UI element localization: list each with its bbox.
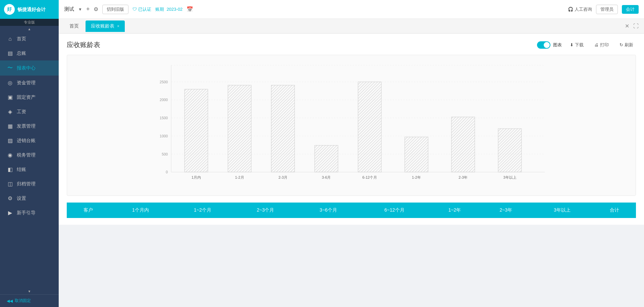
sidebar-item-label: 总账 <box>17 50 26 56</box>
app-name: 畅捷通好会计 <box>17 7 46 12</box>
home-icon: ⌂ <box>7 36 13 42</box>
svg-text:0: 0 <box>166 170 168 174</box>
svg-text:1月内: 1月内 <box>192 175 201 179</box>
tab-bar-left: 首页 应收账龄表 × <box>64 20 125 32</box>
role-btn[interactable]: 会计 <box>622 5 639 14</box>
chart-toggle-wrap: 图表 <box>537 41 562 49</box>
tab-home[interactable]: 首页 <box>64 20 84 32</box>
user-btn[interactable]: 管理员 <box>596 5 618 14</box>
tab-bar-right: ✕ ⛶ <box>625 23 639 29</box>
sidebar-item-assets[interactable]: ▣ 固定资产 <box>0 90 59 104</box>
scroll-down-btn[interactable]: ▼ <box>0 288 59 294</box>
sidebar-item-label: 设置 <box>17 195 26 202</box>
settings-gear-icon[interactable]: ⚙ <box>94 6 98 12</box>
tab-bar: 首页 应收账龄表 × ✕ ⛶ <box>59 19 644 34</box>
col-1month: 1个月内 <box>110 203 171 218</box>
verified-label: 已认证 <box>138 6 151 12</box>
sidebar-item-fund[interactable]: ◎ 资金管理 <box>0 76 59 90</box>
sidebar-item-settings[interactable]: ⚙ 设置 <box>0 191 59 206</box>
newbie-icon: ▶ <box>7 210 13 216</box>
settings-icon: ⚙ <box>7 195 13 202</box>
refresh-btn[interactable]: ↻ 刷新 <box>617 41 636 49</box>
sidebar-item-label: 结账 <box>17 167 26 173</box>
bar-3-6-month <box>315 145 338 172</box>
print-btn[interactable]: 🖨 打印 <box>592 41 611 49</box>
archive-icon: ◫ <box>7 181 13 187</box>
report-actions: 图表 ⬇ 下载 🖨 打印 ↻ 刷新 <box>537 41 636 49</box>
assets-icon: ▣ <box>7 94 13 100</box>
bar-6-12-month <box>358 82 381 172</box>
cancel-fixed-btn[interactable]: ◀◀ 取消固定 <box>0 294 59 307</box>
svg-text:3-6月: 3-6月 <box>322 175 331 179</box>
svg-text:500: 500 <box>162 152 168 156</box>
sidebar-item-ledger[interactable]: ▤ 总账 <box>0 46 59 60</box>
bar-1-2-year <box>405 137 428 172</box>
col-3year-plus: 3年以上 <box>532 203 593 218</box>
col-6-12month: 6~12个月 <box>360 203 429 218</box>
logo-icon: 好 <box>4 4 15 15</box>
calendar-icon[interactable]: 📅 <box>186 6 193 12</box>
sidebar-item-label: 发票管理 <box>17 123 36 129</box>
download-icon: ⬇ <box>570 42 574 47</box>
table-header: 客户 1个月内 1~2个月 2~3个月 3~6个月 6~12个月 1~2年 2~… <box>67 203 636 218</box>
fund-icon: ◎ <box>7 80 13 86</box>
refresh-label: 刷新 <box>625 42 633 48</box>
sidebar-item-invoice[interactable]: ▦ 发票管理 <box>0 119 59 133</box>
report-title: 应收账龄表 <box>67 40 100 49</box>
topbar: 测试 ▼ + ⚙ 切到旧版 🛡 已认证 账期 2023-02 📅 🎧 人工咨询 … <box>59 0 644 19</box>
refresh-icon: ↻ <box>620 42 623 47</box>
svg-text:6-12个月: 6-12个月 <box>362 175 377 179</box>
svg-text:2500: 2500 <box>160 80 168 84</box>
chart-toggle-switch[interactable] <box>537 41 550 49</box>
tax-icon: ◉ <box>7 152 13 158</box>
switch-old-version-btn[interactable]: 切到旧版 <box>102 5 128 14</box>
download-btn[interactable]: ⬇ 下载 <box>567 41 586 49</box>
sidebar-item-archive[interactable]: ◫ 归档管理 <box>0 177 59 191</box>
bar-1-month <box>184 89 208 172</box>
toggle-knob <box>544 42 550 48</box>
sidebar-item-label: 工资 <box>17 109 26 115</box>
sidebar-item-settle[interactable]: ◧ 结账 <box>0 162 59 177</box>
sidebar-item-newbie[interactable]: ▶ 新手引导 <box>0 206 59 220</box>
consult-label: 人工咨询 <box>575 6 592 12</box>
bar-1-2-month <box>228 85 251 172</box>
content-area: 应收账龄表 图表 ⬇ 下载 🖨 打印 <box>59 34 644 307</box>
sidebar-item-label: 固定资产 <box>17 94 36 100</box>
company-dropdown-icon[interactable]: ▼ <box>78 7 82 12</box>
period-value: 2023-02 <box>167 7 183 12</box>
ledger-icon: ▤ <box>7 50 13 56</box>
svg-text:1000: 1000 <box>160 134 168 138</box>
svg-text:3年以上: 3年以上 <box>503 175 516 179</box>
col-2-3month: 2~3个月 <box>234 203 297 218</box>
logo-text-block: 畅捷通好会计 <box>17 7 46 12</box>
svg-text:1500: 1500 <box>160 116 168 120</box>
download-label: 下载 <box>575 42 584 48</box>
chart-toggle-label: 图表 <box>553 42 562 48</box>
nav-menu: ⌂ 首页 ▤ 总账 〜 报表中心 ◎ 资金管理 ▣ 固定资产 ◈ 工资 ▦ 发票… <box>0 32 59 288</box>
shield-icon: 🛡 <box>132 7 137 12</box>
sidebar: 好 畅捷通好会计 专业版 ▲ ⌂ 首页 ▤ 总账 〜 报表中心 ◎ 资金管理 ▣… <box>0 0 59 307</box>
sidebar-item-reports[interactable]: 〜 报表中心 <box>0 60 59 76</box>
scroll-up-btn[interactable]: ▲ <box>0 26 59 32</box>
expand-icon[interactable]: ⛶ <box>633 23 639 29</box>
tab-accounts-aging[interactable]: 应收账龄表 × <box>86 20 125 32</box>
close-window-icon[interactable]: ✕ <box>625 23 629 29</box>
bar-2-3-year <box>451 117 475 172</box>
sidebar-item-label: 资金管理 <box>17 80 36 86</box>
pin-icon: ◀◀ <box>7 299 13 303</box>
verified-badge: 🛡 已认证 <box>132 6 151 12</box>
sidebar-item-stock[interactable]: ▨ 进销台账 <box>0 133 59 148</box>
salary-icon: ◈ <box>7 108 13 115</box>
tab-close-btn[interactable]: × <box>117 24 119 29</box>
svg-text:2000: 2000 <box>160 98 168 102</box>
consult-btn[interactable]: 🎧 人工咨询 <box>568 6 592 12</box>
tab-label: 应收账龄表 <box>91 23 114 29</box>
sidebar-item-home[interactable]: ⌂ 首页 <box>0 32 59 46</box>
col-2-3year: 2~3年 <box>480 203 532 218</box>
sidebar-item-label: 税务管理 <box>17 152 36 158</box>
sidebar-item-salary[interactable]: ◈ 工资 <box>0 104 59 119</box>
sidebar-item-tax[interactable]: ◉ 税务管理 <box>0 148 59 162</box>
print-label: 打印 <box>600 42 609 48</box>
invoice-icon: ▦ <box>7 123 13 129</box>
add-company-btn[interactable]: + <box>86 6 90 13</box>
